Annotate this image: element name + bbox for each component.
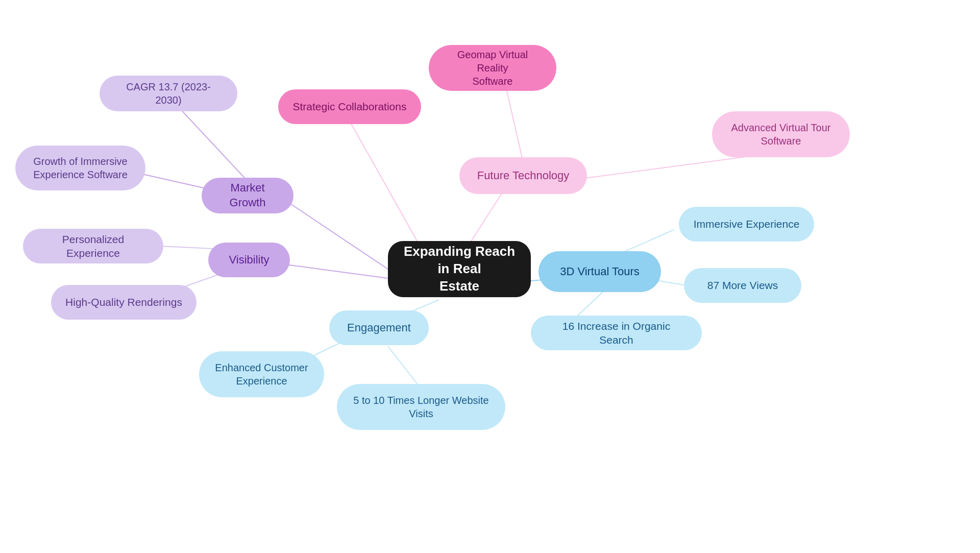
high-quality-node: High-Quality Renderings — [51, 285, 197, 320]
organic-search-node: 16 Increase in Organic Search — [531, 316, 702, 350]
more-views-node: 87 More Views — [684, 268, 801, 303]
enhanced-node: Enhanced Customer Experience — [199, 351, 324, 397]
svg-line-3 — [347, 116, 419, 244]
geomap-node: Geomap Virtual Reality Software — [429, 45, 556, 91]
strategic-node: Strategic Collaborations — [278, 89, 421, 124]
growth-immersive-node: Growth of Immersive Experience Software — [15, 146, 145, 190]
svg-line-4 — [470, 188, 505, 244]
virtual-tours-node: 3D Virtual Tours — [538, 251, 661, 292]
market-growth-node: Market Growth — [202, 178, 293, 213]
immersive-exp-node: Immersive Experience — [679, 207, 814, 242]
svg-line-1 — [179, 107, 250, 184]
future-tech-node: Future Technology — [459, 157, 587, 194]
center-node: Expanding Reach in Real Estate — [388, 241, 531, 297]
advanced-tour-node: Advanced Virtual Tour Software — [712, 111, 850, 157]
personalized-node: Personalized Experience — [23, 229, 163, 263]
visibility-node: Visibility — [208, 243, 290, 277]
svg-line-0 — [280, 197, 388, 269]
cagr-node: CAGR 13.7 (2023-2030) — [100, 76, 237, 111]
engagement-node: Engagement — [329, 310, 429, 345]
longer-visits-node: 5 to 10 Times Longer Website Visits — [337, 384, 505, 430]
svg-line-12 — [388, 346, 419, 386]
